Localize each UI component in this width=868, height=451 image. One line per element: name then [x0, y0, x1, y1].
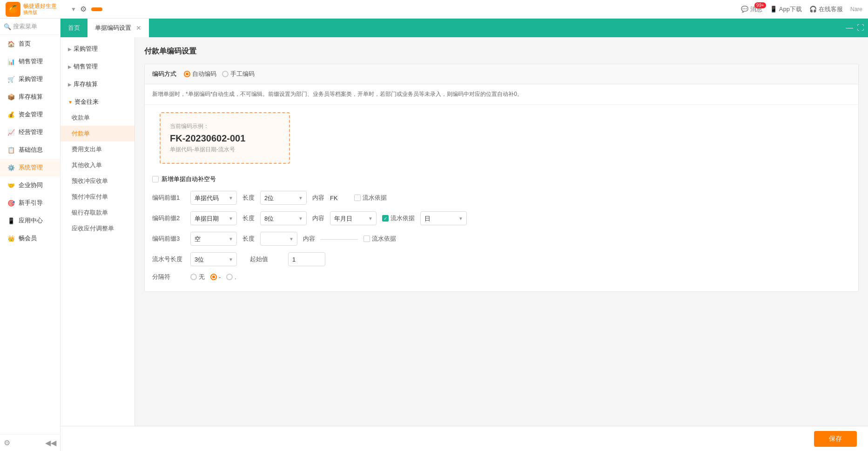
sidebar-item-sales[interactable]: 📊 销售管理: [0, 53, 60, 70]
encode-radio-group: 自动编码 手工编码: [184, 70, 255, 78]
settings-bottom-icon[interactable]: ⚙: [4, 438, 10, 447]
sidebar-bottom: ⚙ ◀◀: [0, 434, 60, 451]
separator-none-radio[interactable]: 无: [190, 273, 205, 281]
prefix2-waterflow-box[interactable]: ✓: [382, 215, 389, 222]
save-button[interactable]: 保存: [814, 431, 857, 447]
sidebar-item-member[interactable]: 👑 畅会员: [0, 229, 60, 247]
top-bar-right: 💬 消息 99+ 📱 App下载 🎧 在线客服 Nare: [741, 5, 862, 13]
nav-header-sales[interactable]: ▶ 销售管理: [61, 59, 135, 74]
preview-value: FK-20230602-001: [170, 133, 280, 144]
auto-fill-checkbox[interactable]: [152, 176, 159, 182]
sidebar-item-guide[interactable]: 🎯 新手引导: [0, 194, 60, 212]
manual-encode-radio[interactable]: 手工编码: [222, 70, 255, 78]
serial-start-input[interactable]: [288, 252, 325, 266]
online-service-button[interactable]: 🎧 在线客服: [809, 5, 843, 13]
tab-encode-setting[interactable]: 单据编码设置 ✕: [87, 19, 149, 37]
nav-header-purchase[interactable]: ▶ 采购管理: [61, 41, 135, 57]
nav-header-finance[interactable]: ▼ 资金往来: [61, 94, 135, 110]
nav-item-advance-pay[interactable]: 预付冲应付单: [61, 189, 135, 205]
sidebar-item-purchase[interactable]: 🛒 采购管理: [0, 70, 60, 88]
prefix3-length-select[interactable]: [260, 232, 297, 246]
nav-item-other-income[interactable]: 其他收入单: [61, 157, 135, 173]
tab-bar-actions: — ⛶: [846, 24, 868, 32]
tab-home[interactable]: 首页: [61, 19, 87, 37]
prefix3-content-label: 内容: [303, 235, 315, 243]
app-download-button[interactable]: 📱 App下载: [770, 5, 802, 13]
prefix3-select-wrapper: 空 ▼: [190, 232, 237, 246]
separator-dash-dot: [210, 274, 217, 280]
sidebar-item-basic[interactable]: 📋 基础信息: [0, 141, 60, 159]
prefix2-select[interactable]: 单据日期: [190, 211, 237, 225]
encode-method-label: 编码方式: [152, 70, 176, 78]
auto-fill-row: 新增单据自动补空号: [145, 171, 858, 187]
breadcrumb-select[interactable]: ▼: [71, 6, 76, 13]
separator-dot-dot: [226, 274, 233, 280]
preview-section: 当前编码示例： FK-20230602-001 单据代码-单据日期-流水号: [145, 105, 858, 171]
finance-icon: 💰: [7, 111, 15, 118]
prefix3-length-select-wrapper: ▼: [260, 232, 297, 246]
serial-row: 流水号长度 3位 ▼ 起始值: [152, 252, 851, 266]
top-nav-icons: ▼ ⚙: [61, 5, 87, 13]
prefix2-length-select[interactable]: 8位: [260, 211, 307, 225]
prefix2-select-wrapper: 单据日期 ▼: [190, 211, 237, 225]
nav-item-expense[interactable]: 费用支出单: [61, 141, 135, 157]
prefix2-content-select[interactable]: 年月日: [330, 211, 377, 225]
maximize-icon[interactable]: ⛶: [857, 24, 864, 32]
home-icon: 🏠: [7, 40, 15, 47]
tab-bar: 首页 单据编码设置 ✕ — ⛶: [61, 19, 868, 37]
logo: 🍊 畅捷通好生意 插件版: [6, 2, 57, 17]
sidebar-item-finance[interactable]: 💰 资金管理: [0, 106, 60, 123]
sidebar-item-inventory[interactable]: 📦 库存核算: [0, 88, 60, 106]
prefix2-waterflow-checkbox: ✓ 流水依据: [382, 214, 415, 222]
prefix2-length-label: 长度: [242, 214, 255, 222]
separator-row: 分隔符 无 - .: [152, 273, 851, 281]
prefix2-content-label: 内容: [312, 214, 324, 222]
message-button[interactable]: 💬 消息 99+: [741, 5, 762, 13]
nav-item-ap-adjust[interactable]: 应收应付调整单: [61, 221, 135, 236]
prefix1-length-select[interactable]: 2位: [260, 191, 307, 205]
nav-item-advance-recv[interactable]: 预收冲应收单: [61, 173, 135, 189]
sidebar-item-home[interactable]: 🏠 首页: [0, 35, 60, 53]
info-text: 新增单据时，*单据编码*自动生成，不可编辑。前缀设置为部门、业务员等档案类，开单…: [145, 84, 858, 105]
nav-item-payment[interactable]: 付款单: [61, 126, 135, 141]
prefix1-content-value: FK: [330, 195, 349, 202]
nav-item-bank[interactable]: 银行存取款单: [61, 205, 135, 221]
separator-dot-radio[interactable]: .: [226, 274, 236, 281]
prefix3-waterflow-label: 流水依据: [372, 235, 396, 243]
prefix2-length-select-wrapper: 8位 ▼: [260, 211, 307, 225]
nav-arrow-finance: ▼: [68, 100, 73, 105]
serial-length-label: 流水号长度: [152, 255, 185, 263]
prefix3-waterflow-box[interactable]: [363, 236, 370, 242]
prefix3-select[interactable]: 空: [190, 232, 237, 246]
member-icon: 👑: [7, 235, 15, 242]
serial-length-select[interactable]: 3位: [190, 252, 237, 266]
nav-group-purchase: ▶ 采购管理: [61, 41, 135, 57]
sidebar-item-enterprise[interactable]: 🤝 企业协同: [0, 176, 60, 194]
prefix1-content-label: 内容: [312, 194, 324, 202]
prefix3-label: 编码前缀3: [152, 235, 185, 243]
industry-button[interactable]: [91, 7, 102, 11]
message-icon: 💬: [741, 6, 748, 13]
prefix1-select[interactable]: 单据代码: [190, 191, 237, 205]
prefix2-unit-select[interactable]: 日: [420, 211, 467, 225]
sidebar-item-system[interactable]: ⚙️ 系统管理: [0, 159, 60, 176]
auto-encode-radio[interactable]: 自动编码: [184, 70, 216, 78]
settings-icon[interactable]: ⚙: [80, 5, 87, 13]
nav-arrow-sales: ▶: [68, 64, 72, 69]
main-content: 付款单编码设置 编码方式 自动编码 手工编码: [135, 37, 868, 426]
minimize-icon[interactable]: —: [846, 24, 853, 32]
download-icon: 📱: [770, 6, 777, 13]
prefix1-waterflow-box[interactable]: [354, 195, 361, 201]
code-preview: 当前编码示例： FK-20230602-001 单据代码-单据日期-流水号: [160, 112, 290, 164]
separator-dash-radio[interactable]: -: [210, 274, 221, 281]
nav-item-receipt[interactable]: 收款单: [61, 110, 135, 126]
sidebar-item-apps[interactable]: 📱 应用中心: [0, 212, 60, 229]
nav-header-inventory[interactable]: ▶ 库存核算: [61, 76, 135, 92]
encode-method-row: 编码方式 自动编码 手工编码: [145, 64, 858, 84]
content-body: ▶ 采购管理 ▶ 销售管理 ▶ 库存核算: [61, 37, 868, 426]
tab-close-icon[interactable]: ✕: [136, 24, 141, 32]
search-menu[interactable]: 🔍 搜索菜单: [0, 19, 60, 35]
collapse-icon[interactable]: ◀◀: [45, 438, 56, 447]
search-icon: 🔍: [4, 23, 11, 30]
sidebar-item-operations[interactable]: 📈 经营管理: [0, 123, 60, 141]
